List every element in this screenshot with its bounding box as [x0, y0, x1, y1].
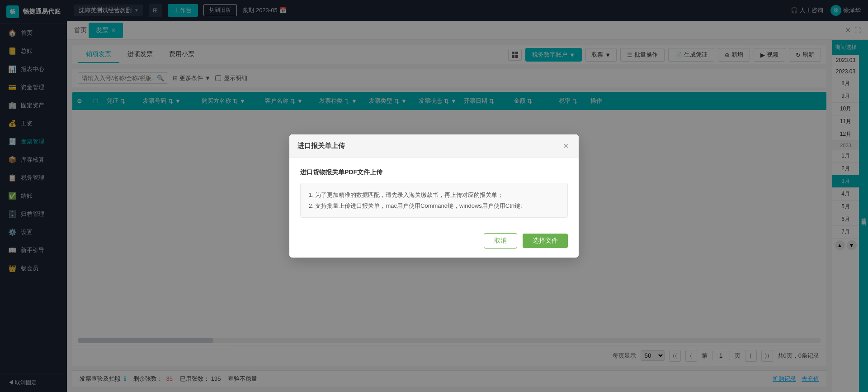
select-file-btn[interactable]: 选择文件 [523, 234, 568, 248]
modal-overlay: 进口报关单上传 ✕ 进口货物报关单PDF文件上传 1. 为了更加精准的数据匹配，… [0, 0, 868, 392]
modal-body: 进口货物报关单PDF文件上传 1. 为了更加精准的数据匹配，请先录入海关缴款书，… [289, 158, 579, 227]
modal-info-item-2: 2. 支持批量上传进口报关单，mac用户使用Command键，windows用户… [309, 201, 559, 211]
modal-footer: 取消 选择文件 [289, 227, 579, 258]
modal-info-item-1: 1. 为了更加精准的数据匹配，请先录入海关缴款书，再上传对应的报关单； [309, 190, 559, 200]
import-customs-modal: 进口报关单上传 ✕ 进口货物报关单PDF文件上传 1. 为了更加精准的数据匹配，… [289, 134, 579, 258]
cancel-btn[interactable]: 取消 [484, 233, 517, 249]
modal-subtitle: 进口货物报关单PDF文件上传 [300, 168, 568, 177]
modal-info-box: 1. 为了更加精准的数据匹配，请先录入海关缴款书，再上传对应的报关单； 2. 支… [300, 183, 568, 218]
modal-close-btn[interactable]: ✕ [561, 141, 571, 151]
modal-title: 进口报关单上传 [297, 142, 345, 150]
modal-header: 进口报关单上传 ✕ [289, 134, 579, 158]
